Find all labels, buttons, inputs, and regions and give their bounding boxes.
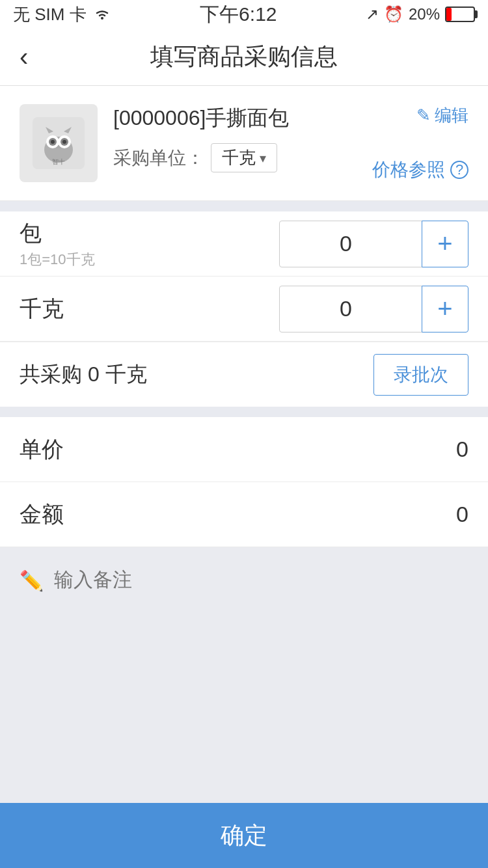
product-name: [0000006]手撕面包 [113,104,468,133]
unit-label: 采购单位： [113,146,204,170]
product-card: 智十 [0000006]手撕面包 采购单位： 千克 ▾ ✎ 编辑 价格参照 ? [0,86,488,201]
back-button[interactable]: ‹ [20,42,28,72]
confirm-button[interactable]: 确定 [0,803,488,868]
svg-point-7 [51,140,55,144]
svg-point-8 [62,140,66,144]
price-reference-button[interactable]: 价格参照 ? [372,157,468,182]
unit-arrow-icon: ▾ [260,150,266,166]
product-logo: 智十 [33,117,85,169]
kg-quantity-input[interactable] [279,286,422,332]
battery-icon [445,7,475,22]
remark-input[interactable] [54,567,468,658]
remark-section: ✏️ [0,547,488,677]
section-divider-2 [0,407,488,417]
status-time: 下午6:12 [200,1,277,28]
edit-label: 编辑 [435,104,468,127]
status-bar: 无 SIM 卡 下午6:12 ↗ ⏰ 20% [0,0,488,29]
edit-button[interactable]: ✎ 编辑 [416,104,468,127]
location-icon: ↗ [366,5,379,23]
kg-input-row: 千克 + [0,277,488,342]
page-title: 填写商品采购信息 [150,41,338,73]
bag-plus-button[interactable]: + [422,221,468,267]
bag-input-controls: + [279,221,468,267]
input-section: 包 1包=10千克 + 千克 + 共采购 0 千克 录批次 [0,211,488,407]
unit-price-row: 单价 0 [0,417,488,482]
kg-label-container: 千克 [20,294,98,324]
svg-text:智十: 智十 [52,158,65,165]
product-thumbnail: 智十 [20,104,98,182]
bag-label-container: 包 1包=10千克 [20,219,98,269]
bag-quantity-input[interactable] [279,221,422,267]
kg-plus-button[interactable]: + [422,286,468,332]
kg-label: 千克 [20,294,98,324]
unit-select[interactable]: 千克 ▾ [211,143,277,172]
summary-amount: 0 [88,362,100,386]
bag-label: 包 [20,219,98,249]
bag-input-row: 包 1包=10千克 + [0,211,488,277]
unit-price-value: 0 [456,437,468,462]
help-icon: ? [450,161,468,179]
svg-point-0 [101,17,103,20]
batch-button[interactable]: 录批次 [373,354,468,396]
amount-label: 金额 [20,500,64,530]
status-right: ↗ ⏰ 20% [366,5,475,23]
amount-value: 0 [456,502,468,527]
bag-sub-label: 1包=10千克 [20,250,98,269]
unit-price-label: 单价 [20,435,64,465]
summary-unit: 千克 [105,362,147,386]
unit-value: 千克 [222,146,256,169]
wifi-icon [93,8,111,21]
edit-icon: ✎ [416,105,431,126]
battery-fill [446,8,452,21]
section-divider-1 [0,201,488,211]
summary-prefix: 共采购 [20,362,82,386]
price-ref-label: 价格参照 [372,157,445,182]
carrier-label: 无 SIM 卡 [13,3,87,26]
summary-row: 共采购 0 千克 录批次 [0,342,488,407]
amount-row: 金额 0 [0,482,488,547]
battery-pct: 20% [409,5,440,23]
status-left: 无 SIM 卡 [13,3,111,26]
pencil-icon: ✏️ [20,569,44,592]
nav-bar: ‹ 填写商品采购信息 [0,29,488,86]
kg-input-controls: + [279,286,468,332]
alarm-icon: ⏰ [384,5,403,23]
price-section: 单价 0 金额 0 [0,417,488,547]
summary-text: 共采购 0 千克 [20,360,147,389]
